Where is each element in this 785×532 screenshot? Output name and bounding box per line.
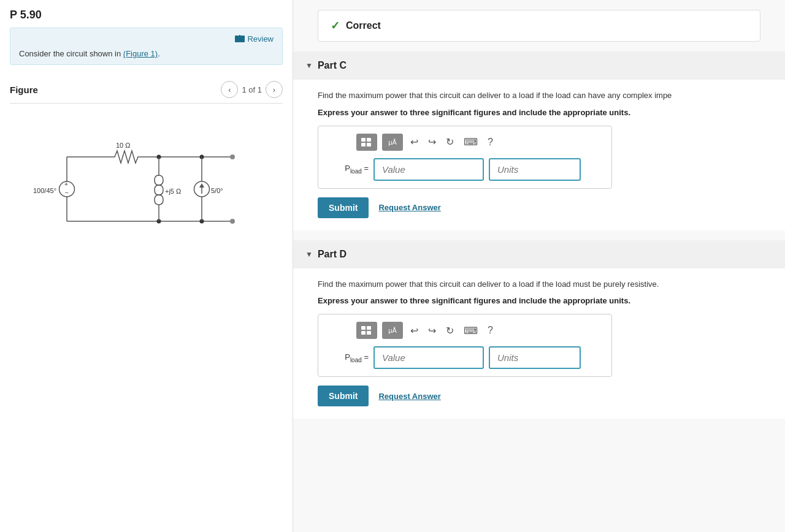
part-d-toolbar: μÅ ↩ ↪ ↻ ⌨ [326, 322, 604, 339]
keyboard-button-d[interactable]: ⌨ [461, 322, 480, 339]
mu-label-c: μÅ [388, 139, 397, 146]
svg-rect-33 [361, 143, 366, 146]
part-c-instruction: Express your answer to three significant… [318, 108, 773, 117]
part-c-toolbar: μÅ ↩ ↪ ↻ ⌨ [326, 134, 604, 151]
part-d-label: Part D [318, 249, 347, 260]
part-d-answer-box: μÅ ↩ ↪ ↻ ⌨ [318, 314, 612, 377]
review-label: Review [247, 34, 274, 44]
figure-section: Figure ‹ 1 of 1 › 10 Ω [0, 75, 293, 264]
svg-rect-31 [361, 138, 366, 142]
part-d-action-row: Submit Request Answer [318, 386, 773, 406]
correct-text: Correct [346, 20, 381, 31]
part-d-request-answer-button[interactable]: Request Answer [378, 392, 440, 401]
prev-figure-button[interactable]: ‹ [221, 81, 238, 98]
part-c-action-row: Submit Request Answer [318, 197, 773, 218]
help-button-d[interactable]: ? [485, 322, 496, 339]
part-d-units-input[interactable] [489, 346, 581, 369]
svg-text:100/45°: 100/45° [33, 187, 56, 194]
svg-text:5/0°: 5/0° [211, 187, 223, 194]
svg-rect-2 [240, 36, 245, 42]
left-panel: P 5.90 Review Consider the circuit shown… [0, 0, 293, 532]
grid-button-d[interactable] [356, 322, 377, 339]
figure-link[interactable]: (Figure 1) [123, 49, 158, 58]
part-c-value-input[interactable] [373, 158, 484, 181]
part-c-label: Part C [318, 60, 347, 71]
problem-title: P 5.90 [0, 0, 293, 28]
right-panel: ✓ Correct ▼ Part C Find the maximum powe… [293, 0, 785, 532]
circuit-diagram: 10 Ω [10, 111, 283, 258]
part-c-submit-button[interactable]: Submit [318, 197, 369, 218]
book-icon [235, 35, 245, 43]
part-c-variable-label: Pload = [326, 164, 369, 175]
part-d-header[interactable]: ▼ Part D [293, 240, 785, 268]
part-c-units-input[interactable] [489, 158, 581, 181]
part-d-description: Find the maximum power that this circuit… [318, 278, 773, 291]
help-button-c[interactable]: ? [485, 134, 496, 151]
refresh-button-c[interactable]: ↻ [443, 134, 456, 151]
refresh-button-d[interactable]: ↻ [443, 322, 456, 339]
grid-icon-c [361, 138, 372, 146]
svg-text:+: + [64, 181, 68, 188]
svg-rect-34 [367, 143, 371, 146]
undo-button-d[interactable]: ↩ [408, 322, 421, 339]
svg-text:−: − [65, 189, 69, 196]
svg-rect-0 [235, 36, 239, 42]
svg-rect-1 [239, 35, 240, 42]
svg-rect-37 [361, 331, 366, 335]
svg-text:+j5 Ω: +j5 Ω [165, 188, 181, 195]
part-c-input-row: Pload = [326, 158, 604, 181]
part-c-answer-box: μÅ ↩ ↪ ↻ ⌨ [318, 126, 612, 189]
svg-point-7 [230, 154, 235, 159]
svg-marker-28 [199, 183, 204, 188]
redo-button-d[interactable]: ↪ [426, 322, 438, 339]
keyboard-button-c[interactable]: ⌨ [461, 134, 480, 151]
next-figure-button[interactable]: › [266, 81, 283, 98]
info-text: Consider the circuit shown in (Figure 1)… [19, 49, 274, 58]
mu-button-d[interactable]: μÅ [382, 322, 403, 339]
mu-button-c[interactable]: μÅ [382, 134, 403, 151]
info-box: Review Consider the circuit shown in (Fi… [10, 28, 283, 65]
svg-rect-38 [367, 331, 371, 335]
grid-icon-d [361, 326, 372, 335]
part-c-body: Find the maximum power that this circuit… [293, 80, 785, 230]
part-d-submit-button[interactable]: Submit [318, 386, 369, 406]
part-c-arrow: ▼ [305, 61, 313, 70]
svg-point-13 [230, 219, 235, 224]
part-c-header[interactable]: ▼ Part C [293, 51, 785, 80]
part-d-input-row: Pload = [326, 346, 604, 369]
part-d-arrow: ▼ [305, 250, 313, 259]
review-link[interactable]: Review [235, 34, 274, 44]
svg-rect-32 [367, 138, 371, 142]
part-d-value-input[interactable] [373, 346, 484, 369]
svg-rect-36 [367, 326, 371, 330]
redo-button-c[interactable]: ↪ [426, 134, 438, 151]
mu-label-d: μÅ [388, 327, 397, 334]
correct-check-icon: ✓ [331, 19, 340, 32]
figure-header: Figure ‹ 1 of 1 › [10, 81, 283, 104]
correct-banner: ✓ Correct [318, 10, 760, 42]
part-d-variable-label: Pload = [326, 352, 369, 363]
circuit-svg: 10 Ω [30, 123, 263, 246]
undo-button-c[interactable]: ↩ [408, 134, 421, 151]
part-c-section: ▼ Part C Find the maximum power that thi… [293, 51, 785, 230]
grid-button-c[interactable] [356, 134, 377, 151]
figure-page: 1 of 1 [242, 85, 262, 94]
part-d-section: ▼ Part D Find the maximum power that thi… [293, 240, 785, 419]
svg-rect-35 [361, 326, 366, 330]
part-c-description: Find the maximum power that this circuit… [318, 89, 773, 102]
svg-text:10 Ω: 10 Ω [116, 142, 131, 149]
figure-nav: ‹ 1 of 1 › [221, 81, 283, 98]
figure-title: Figure [10, 85, 38, 95]
part-d-instruction: Express your answer to three significant… [318, 296, 773, 305]
part-d-body: Find the maximum power that this circuit… [293, 268, 785, 419]
part-c-request-answer-button[interactable]: Request Answer [378, 203, 440, 212]
